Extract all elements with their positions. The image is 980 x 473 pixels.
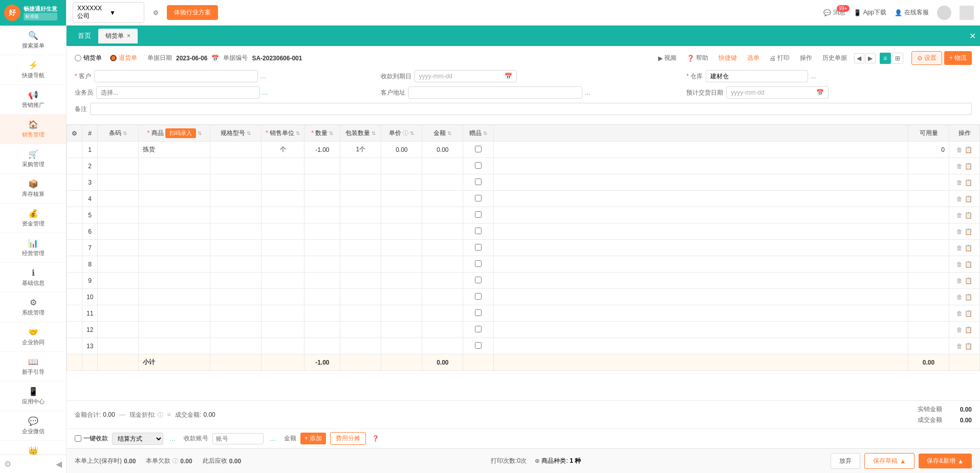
company-select[interactable]: XXXXXX公司 ▼ [73,2,144,23]
setting-button[interactable]: ⚙ 设置 [911,51,942,65]
row-delete-icon[interactable]: 🗑 [956,326,963,333]
shortcut-button[interactable]: 快捷键 [715,53,740,63]
print-button[interactable]: 🖨 打印 [767,53,793,63]
row-delete-icon[interactable]: 🗑 [956,146,963,153]
amount-sort-icon[interactable]: ⇅ [447,130,451,136]
sidebar-item-wechat[interactable]: 💬 企业微信 [0,411,66,441]
user-avatar[interactable] [937,6,951,20]
nav-prev[interactable]: ◀ [854,53,864,63]
help-button[interactable]: ❓ 帮助 [684,53,711,63]
sidebar-item-inventory[interactable]: 📦 库存核算 [0,174,66,204]
discount-info-icon[interactable]: ⓘ [158,411,163,419]
price-sort-icon[interactable]: ⇅ [410,130,414,136]
qty-sort-icon[interactable]: ⇅ [329,130,333,136]
nav-next[interactable]: ▶ [865,53,876,63]
due-info-icon[interactable]: ⓘ [172,457,178,465]
row-copy-icon[interactable]: 📋 [965,179,972,186]
app-download-button[interactable]: 📱 App下载 [854,8,886,17]
warehouse-input[interactable] [706,70,808,82]
one-click-payment[interactable]: 一键收款 [75,434,108,443]
customer-addr-input[interactable] [408,86,582,99]
sidebar-item-marketing[interactable]: 📢 营销推广 [0,85,66,115]
calendar-icon[interactable]: 📅 [211,55,219,62]
choose-button[interactable]: 选单 [744,53,763,63]
radio-return[interactable]: 退货单 [110,54,137,62]
sidebar-item-system[interactable]: ⚙ 系统管理 [0,292,66,322]
ops-button[interactable]: 操作 [797,53,815,63]
sidebar-item-quick-nav[interactable]: ⚡ 快捷导航 [0,55,66,85]
sidebar-item-collab[interactable]: 🤝 企业协同 [0,322,66,352]
user-menu-icon[interactable] [960,6,974,20]
warehouse-dots[interactable]: … [810,73,816,80]
expense-button[interactable]: 费用分摊 [330,432,366,445]
spec-sort-icon[interactable]: ⇅ [247,130,251,136]
product-sort-icon[interactable]: ⇅ [198,130,202,136]
sidebar-item-operation[interactable]: 📊 经营管理 [0,233,66,263]
message-button[interactable]: 💬 消息 99+ [823,8,845,17]
gift-sort-icon[interactable]: ⇅ [483,130,487,136]
row-delete-icon[interactable]: 🗑 [956,294,963,301]
view-grid-btn[interactable]: ⊞ [892,53,903,64]
barcode-sort-icon[interactable]: ⇅ [123,130,127,136]
customer-input[interactable] [94,70,258,82]
one-click-checkbox[interactable] [75,435,81,442]
sidebar-item-sales[interactable]: 🏠 销售管理 [0,115,66,144]
online-service-button[interactable]: 👤 在线客服 [895,8,929,17]
history-button[interactable]: 历史单据 [819,53,850,63]
row-copy-icon[interactable]: 📋 [965,212,972,219]
sidebar-item-apps[interactable]: 📱 应用中心 [0,381,66,411]
logistics-button[interactable]: + 物流 [944,51,972,65]
scan-button[interactable]: 扫码录入 [165,128,196,138]
row-delete-icon[interactable]: 🗑 [956,228,963,235]
delivery-date-input[interactable]: yyyy-mm-dd 📅 [726,86,829,99]
view-list-btn[interactable]: ≡ [880,53,891,64]
row-copy-icon[interactable]: 📋 [965,244,972,252]
sidebar-item-member[interactable]: 👑 畅会员 [0,441,66,455]
row-delete-icon[interactable]: 🗑 [956,163,963,170]
row-delete-icon[interactable]: 🗑 [956,277,963,284]
salesman-dots[interactable]: … [262,89,268,96]
row-delete-icon[interactable]: 🗑 [956,310,963,317]
row-delete-icon[interactable]: 🗑 [956,179,963,186]
sidebar-item-basic[interactable]: ℹ 基础信息 [0,263,66,292]
th-gear[interactable]: ⚙ [67,125,82,142]
due-date-input[interactable]: yyyy-mm-dd 📅 [415,70,517,82]
row-copy-icon[interactable]: 📋 [965,146,972,153]
sidebar-item-purchase[interactable]: 🛒 采购管理 [0,144,66,174]
pkg-sort-icon[interactable]: ⇅ [372,130,376,136]
calc-method-select[interactable]: 结算方式 [112,433,163,445]
tab-bar-close-icon[interactable]: ✕ [969,31,976,41]
addr-dots[interactable]: … [584,89,591,96]
customer-dots[interactable]: … [260,73,266,80]
add-payment-button[interactable]: + 添加 [300,433,326,444]
row-delete-icon[interactable]: 🗑 [956,261,963,268]
row-copy-icon[interactable]: 📋 [965,326,972,333]
row-copy-icon[interactable]: 📋 [965,277,972,284]
row-copy-icon[interactable]: 📋 [965,343,972,350]
radio-sale[interactable]: 销货单 [75,54,102,62]
tab-close-icon[interactable]: × [127,32,130,39]
row-copy-icon[interactable]: 📋 [965,294,972,301]
account-dots[interactable]: … [270,435,276,442]
tab-sale-order[interactable]: 销货单 × [98,29,138,43]
account-input[interactable] [212,433,264,444]
sidebar-item-guide[interactable]: 📖 新手引导 [0,352,66,381]
sidebar-collapse-icon[interactable]: ◀ [56,459,62,469]
row-copy-icon[interactable]: 📋 [965,310,972,317]
row-delete-icon[interactable]: 🗑 [956,195,963,202]
row-copy-icon[interactable]: 📋 [965,228,972,235]
video-button[interactable]: ▶ 视频 [655,53,680,63]
row-copy-icon[interactable]: 📋 [965,261,972,268]
sidebar-gear-icon[interactable]: ⚙ [4,459,11,469]
salesman-input[interactable] [96,86,260,99]
calc-method-dots[interactable]: … [169,435,176,442]
row-delete-icon[interactable]: 🗑 [956,343,963,350]
save-draft-button[interactable]: 保存草稿 ▲ [864,453,914,469]
row-delete-icon[interactable]: 🗑 [956,244,963,252]
trial-button[interactable]: 体验行业方案 [167,5,218,20]
sidebar-item-finance[interactable]: 💰 资金管理 [0,204,66,233]
tab-home[interactable]: 首页 [71,28,98,43]
remark-input[interactable] [90,103,972,115]
sidebar-item-search[interactable]: 🔍 搜索菜单 [0,26,66,55]
row-copy-icon[interactable]: 📋 [965,163,972,170]
